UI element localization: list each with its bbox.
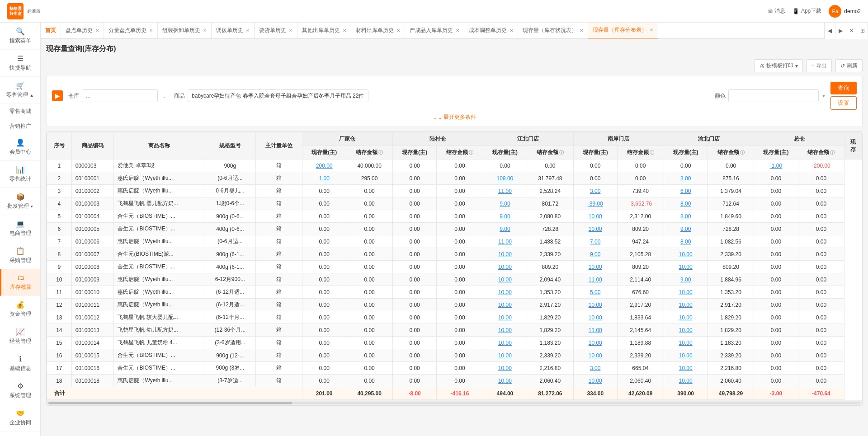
- cell-link-4[interactable]: 9.00: [500, 213, 510, 220]
- cell-data-4[interactable]: 10.00: [483, 261, 527, 273]
- sidebar-item-system[interactable]: ⚙ 系统管理: [0, 377, 40, 404]
- cell-link-8[interactable]: 10.00: [679, 314, 693, 321]
- sidebar-item-member[interactable]: 👤 会员中心: [0, 134, 40, 161]
- cell-data-8[interactable]: 10.00: [664, 299, 708, 311]
- sidebar-item-shortcut[interactable]: ☰ 快捷导航: [0, 50, 40, 77]
- cell-data-8[interactable]: 10.00: [664, 362, 708, 375]
- cell-data-0[interactable]: 1.00: [302, 172, 346, 185]
- cell-data-4[interactable]: 10.00: [483, 349, 527, 362]
- cell-data-4[interactable]: 10.00: [483, 375, 527, 387]
- cell-link-4[interactable]: 10.00: [498, 340, 512, 346]
- cell-data-6[interactable]: 3.00: [573, 362, 617, 375]
- tab-close-1[interactable]: ✕: [95, 28, 99, 33]
- cell-data-6[interactable]: 10.00: [573, 210, 617, 223]
- tab-item-3[interactable]: 组装拆卸单历史✕: [158, 23, 212, 39]
- cell-data-4[interactable]: 10.00: [483, 299, 527, 311]
- cell-link-8[interactable]: 10.00: [679, 327, 693, 333]
- cell-data-8[interactable]: 6.00: [664, 185, 708, 197]
- tab-item-7[interactable]: 材料出库单历史✕: [351, 23, 405, 39]
- cell-data-6[interactable]: 10.00: [573, 299, 617, 311]
- sidebar-item-purchase[interactable]: 📋 采购管理: [0, 242, 40, 269]
- tab-close-6[interactable]: ✕: [343, 28, 346, 33]
- cell-data-8[interactable]: 10.00: [664, 261, 708, 273]
- warehouse-ellipsis[interactable]: ...: [160, 93, 169, 99]
- horizontal-scrollbar[interactable]: [47, 400, 862, 405]
- print-btn[interactable]: 🖨 按模板打印 ▾: [754, 59, 803, 72]
- cell-link-8[interactable]: 10.00: [679, 352, 693, 359]
- cell-link-8[interactable]: 10.00: [679, 365, 693, 371]
- sidebar-item-wholesale[interactable]: 📦 批发管理 ▾: [0, 188, 40, 215]
- cell-link-8[interactable]: 10.00: [679, 378, 693, 384]
- cell-link-8[interactable]: 6.00: [680, 188, 691, 194]
- cell-link-4[interactable]: 109.00: [497, 175, 514, 182]
- cell-link-0[interactable]: 1.00: [319, 175, 330, 182]
- cell-link-4[interactable]: 10.00: [498, 378, 512, 384]
- refresh-btn[interactable]: ↺ 刷新: [835, 59, 863, 72]
- tab-next-btn[interactable]: ▶: [835, 23, 846, 39]
- cell-data-8[interactable]: 10.00: [664, 311, 708, 324]
- tab-close-9[interactable]: ✕: [509, 28, 513, 33]
- cell-data-4[interactable]: 9.00: [483, 197, 527, 210]
- cell-data-4[interactable]: 109.00: [483, 172, 527, 185]
- cell-link-8[interactable]: 8.00: [680, 201, 691, 207]
- sidebar-item-enterprise[interactable]: 🤝 企业协同: [0, 404, 40, 431]
- sidebar-item-operation[interactable]: 📈 经营管理: [0, 323, 40, 350]
- expand-toggle-btn[interactable]: ▶: [52, 90, 63, 101]
- tab-close-4[interactable]: ✕: [246, 28, 250, 33]
- cell-data-8[interactable]: 8.00: [664, 197, 708, 210]
- cell-link-6[interactable]: 10.00: [589, 378, 602, 384]
- cell-link-6[interactable]: 3.00: [590, 188, 600, 194]
- sidebar-item-stats[interactable]: 📊 零售统计: [0, 161, 40, 188]
- cell-link-8[interactable]: 9.00: [680, 277, 691, 283]
- warehouse-input[interactable]: [82, 89, 158, 102]
- tab-close-11[interactable]: ✕: [650, 28, 653, 33]
- sidebar-item-retail-mall[interactable]: 零售商城: [0, 104, 40, 119]
- cell-link-4[interactable]: 10.00: [498, 314, 512, 321]
- sidebar-item-inventory[interactable]: 🗂 库存核算: [0, 269, 40, 296]
- cell-link-8[interactable]: 9.00: [680, 226, 691, 232]
- cell-link-0[interactable]: 200.00: [316, 163, 333, 169]
- cell-link-8[interactable]: 10.00: [679, 264, 693, 270]
- tab-close-5[interactable]: ✕: [289, 28, 292, 33]
- cell-link-4[interactable]: 9.00: [500, 226, 510, 232]
- cell-data-6[interactable]: 7.00: [573, 235, 617, 248]
- cell-data-6[interactable]: 11.00: [573, 273, 617, 286]
- tab-item-4[interactable]: 调拨单历史✕: [212, 23, 255, 39]
- tab-item-10[interactable]: 现存量（库存状况表）✕: [518, 23, 588, 39]
- cell-data-8[interactable]: 10.00: [664, 375, 708, 387]
- cell-data-6[interactable]: 10.00: [573, 261, 617, 273]
- cell-link-6[interactable]: 3.00: [590, 365, 600, 371]
- cell-link-4[interactable]: 10.00: [498, 327, 512, 333]
- cell-data-6[interactable]: 10.00: [573, 311, 617, 324]
- cell-link-6[interactable]: 7.00: [590, 239, 600, 245]
- tab-close-10[interactable]: ✕: [580, 28, 583, 33]
- query-btn[interactable]: 查询: [830, 82, 857, 94]
- cell-link-6[interactable]: 10.00: [589, 264, 602, 270]
- cell-link-4[interactable]: 11.00: [498, 188, 512, 194]
- cell-data-0[interactable]: 200.00: [302, 159, 346, 172]
- tab-close-7[interactable]: ✕: [396, 28, 400, 33]
- sidebar-item-marketing[interactable]: 营销推广: [0, 119, 40, 134]
- sidebar-item-retail[interactable]: 🛒 零售管理 ▲: [0, 77, 40, 104]
- cell-data-8[interactable]: 10.00: [664, 349, 708, 362]
- cell-data-6[interactable]: 10.00: [573, 375, 617, 387]
- cell-link-8[interactable]: 8.00: [680, 213, 691, 220]
- cell-link-4[interactable]: 9.00: [500, 201, 510, 207]
- product-input[interactable]: [188, 89, 368, 102]
- export-btn[interactable]: ↑ 导出: [807, 59, 832, 72]
- cell-link-4[interactable]: 10.00: [498, 365, 512, 371]
- cell-link-10[interactable]: -1.00: [770, 163, 782, 169]
- cell-link-6[interactable]: 10.00: [589, 302, 602, 308]
- tab-close-2[interactable]: ✕: [149, 28, 153, 33]
- cell-link-6[interactable]: 10.00: [589, 352, 602, 359]
- cell-data-4[interactable]: 11.00: [483, 235, 527, 248]
- cell-link-8[interactable]: 10.00: [679, 340, 693, 346]
- setting-btn[interactable]: 设置: [830, 96, 857, 110]
- cell-data-8[interactable]: 8.00: [664, 235, 708, 248]
- tab-item-6[interactable]: 其他出库单历史✕: [297, 23, 351, 39]
- cell-link-6[interactable]: 11.00: [589, 327, 602, 333]
- cell-data-6[interactable]: 11.00: [573, 324, 617, 337]
- cell-link-6[interactable]: -39.00: [588, 201, 603, 207]
- cell-data-6[interactable]: 10.00: [573, 349, 617, 362]
- cell-data-8[interactable]: 9.00: [664, 223, 708, 235]
